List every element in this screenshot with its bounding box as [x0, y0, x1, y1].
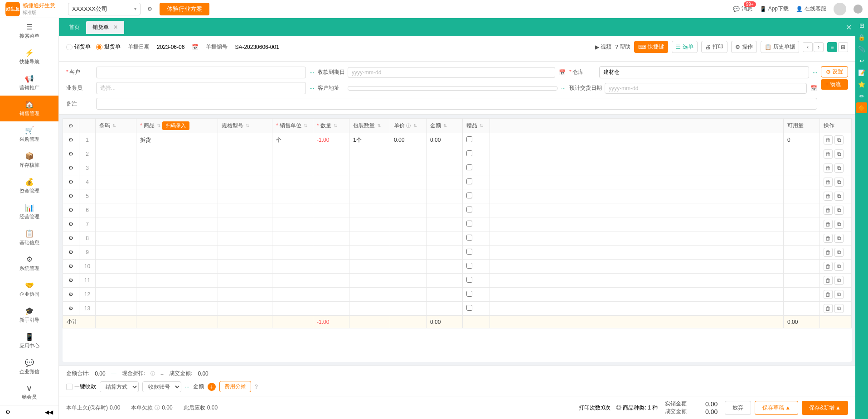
row-spec-7[interactable] — [218, 231, 272, 246]
row-unit-6[interactable] — [272, 217, 313, 231]
row-amount-5[interactable] — [427, 203, 463, 217]
row-unit-11[interactable] — [272, 288, 313, 302]
row-unit-2[interactable] — [272, 161, 313, 175]
trial-button[interactable]: 体验行业方案 — [160, 3, 209, 15]
row-settings-12[interactable]: ⚙ — [63, 302, 79, 316]
sidebar-item-finance[interactable]: 💰 资金管理 — [0, 173, 58, 199]
row-copy-6[interactable]: ⧉ — [834, 220, 844, 229]
row-amount-12[interactable] — [427, 302, 463, 316]
right-panel-btn-6[interactable]: ✏ — [856, 91, 867, 101]
row-price-6[interactable] — [390, 217, 427, 231]
row-barcode-6[interactable] — [96, 217, 136, 231]
row-settings-8[interactable]: ⚙ — [63, 246, 79, 260]
row-unit-8[interactable] — [272, 246, 313, 260]
right-panel-btn-7[interactable]: 🔶 — [856, 102, 867, 113]
right-panel-btn-1[interactable]: 🔒 — [856, 32, 867, 43]
row-product-2[interactable] — [136, 161, 218, 175]
sidebar-item-app-center[interactable]: 📱 应用中心 — [0, 328, 58, 354]
sidebar-item-member[interactable]: V 畅会员 — [0, 380, 58, 405]
salesman-dots[interactable]: ··· — [310, 85, 314, 92]
row-amount-11[interactable] — [427, 288, 463, 302]
expense-help-icon[interactable]: ? — [255, 384, 258, 390]
row-copy-3[interactable]: ⧉ — [834, 178, 844, 187]
avatar-extra[interactable] — [853, 5, 863, 14]
row-pack-4[interactable] — [349, 189, 390, 203]
app-download-button[interactable]: 📱 App下载 — [760, 5, 789, 13]
right-panel-btn-2[interactable]: 📎 — [856, 43, 867, 54]
collapse-icon[interactable]: ◀◀ — [45, 409, 53, 415]
row-amount-4[interactable] — [427, 189, 463, 203]
row-copy-9[interactable]: ⧉ — [834, 262, 844, 271]
row-pack-0[interactable]: 1个 — [349, 133, 390, 147]
row-pack-12[interactable] — [349, 302, 390, 316]
sidebar-item-system[interactable]: ⚙ 系统管理 — [0, 250, 58, 276]
row-qty-11[interactable] — [313, 288, 349, 302]
row-copy-4[interactable]: ⧉ — [834, 192, 844, 201]
row-price-3[interactable] — [390, 175, 427, 189]
save-new-button[interactable]: 保存&新增 ▲ — [802, 401, 848, 415]
settings-bottom-icon[interactable]: ⚙ — [5, 409, 10, 415]
row-gift-11[interactable] — [463, 288, 490, 302]
online-service-button[interactable]: 👤 在线客服 — [796, 5, 826, 13]
row-qty-8[interactable] — [313, 246, 349, 260]
row-price-11[interactable] — [390, 288, 427, 302]
row-price-12[interactable] — [390, 302, 427, 316]
shortcut-button[interactable]: ⌨ 快捷键 — [634, 41, 668, 53]
row-qty-4[interactable] — [313, 189, 349, 203]
row-delete-1[interactable]: 🗑 — [824, 149, 833, 159]
video-button[interactable]: ▶ 视频 — [595, 43, 611, 51]
row-pack-2[interactable] — [349, 161, 390, 175]
row-price-2[interactable] — [390, 161, 427, 175]
message-button[interactable]: 💬 消息 99+ — [733, 5, 752, 13]
list-view-btn[interactable]: ≡ — [827, 42, 837, 52]
row-price-0[interactable]: 0.00 — [390, 133, 427, 147]
setting-button[interactable]: ⚙ 设置 — [821, 66, 848, 77]
row-barcode-10[interactable] — [96, 274, 136, 288]
calendar-icon[interactable]: 📅 — [192, 44, 199, 50]
row-barcode-7[interactable] — [96, 231, 136, 246]
avatar[interactable] — [834, 3, 846, 15]
row-unit-4[interactable] — [272, 189, 313, 203]
row-price-10[interactable] — [390, 274, 427, 288]
row-barcode-3[interactable] — [96, 175, 136, 189]
sidebar-item-marketing[interactable]: 📢 营销推广 — [0, 70, 58, 96]
customer-input[interactable] — [96, 67, 306, 78]
row-unit-0[interactable]: 个 — [272, 133, 313, 147]
row-copy-0[interactable]: ⧉ — [834, 135, 844, 144]
row-settings-4[interactable]: ⚙ — [63, 189, 79, 203]
row-copy-12[interactable]: ⧉ — [834, 304, 844, 313]
row-qty-5[interactable] — [313, 203, 349, 217]
row-unit-3[interactable] — [272, 175, 313, 189]
row-settings-7[interactable]: ⚙ — [63, 231, 79, 246]
row-barcode-11[interactable] — [96, 288, 136, 302]
expense-split-button[interactable]: 费用分摊 — [219, 381, 251, 392]
sidebar-item-guide[interactable]: 🎓 新手引导 — [0, 302, 58, 328]
right-panel-btn-3[interactable]: ↩ — [856, 55, 867, 66]
row-settings-1[interactable]: ⚙ — [63, 147, 79, 161]
account-select[interactable]: 收款账号 — [142, 381, 181, 392]
row-qty-10[interactable] — [313, 274, 349, 288]
row-amount-1[interactable] — [427, 147, 463, 161]
sidebar-item-enterprise[interactable]: 🤝 企业协同 — [0, 276, 58, 302]
row-product-10[interactable] — [136, 274, 218, 288]
row-product-9[interactable] — [136, 260, 218, 274]
warehouse-dots[interactable]: ··· — [813, 69, 817, 76]
row-price-5[interactable] — [390, 203, 427, 217]
row-gift-10[interactable] — [463, 274, 490, 288]
row-spec-0[interactable] — [218, 133, 272, 147]
row-price-4[interactable] — [390, 189, 427, 203]
row-unit-12[interactable] — [272, 302, 313, 316]
row-barcode-9[interactable] — [96, 260, 136, 274]
row-price-7[interactable] — [390, 231, 427, 246]
row-spec-8[interactable] — [218, 246, 272, 260]
row-pack-9[interactable] — [349, 260, 390, 274]
row-amount-3[interactable] — [427, 175, 463, 189]
row-copy-2[interactable]: ⧉ — [834, 164, 844, 173]
due-date-input[interactable]: yyyy-mm-dd — [348, 67, 555, 78]
sidebar-item-wechat[interactable]: 💬 企业微信 — [0, 354, 58, 380]
row-pack-7[interactable] — [349, 231, 390, 246]
expected-date-calendar-icon[interactable]: 📅 — [810, 85, 817, 92]
row-product-5[interactable] — [136, 203, 218, 217]
row-product-12[interactable] — [136, 302, 218, 316]
next-arrow[interactable]: › — [814, 42, 824, 52]
